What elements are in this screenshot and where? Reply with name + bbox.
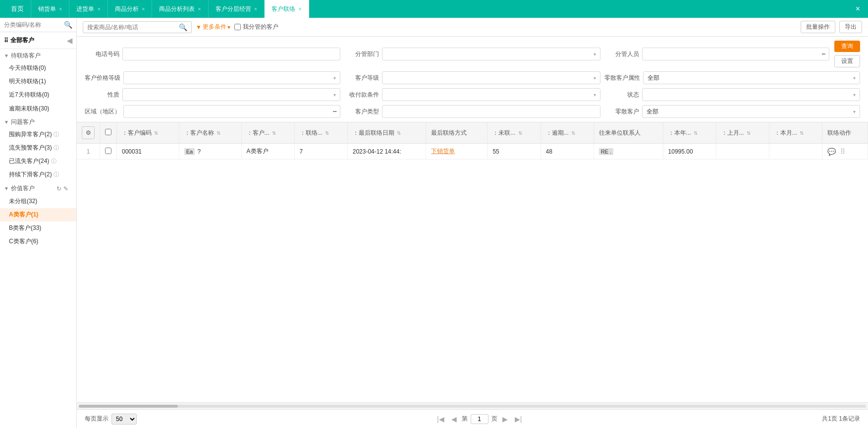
filter-right-actions: 批量操作 导出 bbox=[801, 21, 862, 33]
last-page-button[interactable]: ▶| bbox=[513, 415, 524, 423]
sort-icon: ⇅ bbox=[325, 130, 329, 136]
close-all-button[interactable]: × bbox=[852, 4, 864, 13]
arrow-icon: ▼ bbox=[4, 53, 9, 58]
region-input[interactable]: ··· bbox=[123, 105, 340, 118]
sidebar-search-input[interactable] bbox=[4, 21, 62, 28]
nav-tab-home[interactable]: 首页 bbox=[4, 0, 31, 18]
my-customers-checkbox[interactable] bbox=[234, 24, 241, 30]
td-num: 1 bbox=[77, 144, 100, 160]
td-last-contact-date: 2023-04-12 14:44: bbox=[347, 144, 426, 160]
customer-type-input[interactable] bbox=[382, 105, 600, 118]
nav-tab-goods-analysis[interactable]: 商品分析 × bbox=[108, 0, 152, 18]
status-label: 状态 bbox=[604, 91, 639, 99]
row-checkbox[interactable] bbox=[105, 148, 111, 154]
chevron-down-icon: ▾ bbox=[594, 92, 596, 98]
nav-tab-customer-tier[interactable]: 客户分层经营 × bbox=[209, 0, 265, 18]
chat-icon[interactable]: 💬 bbox=[827, 148, 836, 156]
sidebar-item-b-class[interactable]: B类客户(33) bbox=[0, 221, 76, 235]
nav-tab-sales[interactable]: 销货单 × bbox=[31, 0, 69, 18]
nav-tab-customer-contact[interactable]: 客户联络 × bbox=[265, 0, 309, 18]
retail-customer-select[interactable]: 全部 ▾ bbox=[642, 105, 860, 118]
grid-action-icon[interactable]: ⠿ bbox=[840, 148, 845, 156]
gear-icon[interactable]: ⚙ bbox=[82, 126, 95, 139]
sort-icon: ⇅ bbox=[518, 130, 522, 136]
next-page-button[interactable]: ▶ bbox=[500, 415, 510, 423]
td-last-month bbox=[716, 144, 769, 160]
filter-bar: 🔍 ▼ 更多条件 ▾ 我分管的客户 批量操作 导出 bbox=[77, 18, 868, 37]
td-overdue: 48 bbox=[541, 144, 594, 160]
filter-row-phone: 电话号码 bbox=[85, 41, 340, 67]
sidebar-item-hoarding[interactable]: 囤购异常客户(2) ⓘ bbox=[0, 128, 76, 141]
scrollbar-thumb[interactable] bbox=[79, 405, 178, 408]
page-input[interactable] bbox=[471, 414, 488, 424]
prev-page-button[interactable]: ◀ bbox=[449, 415, 459, 423]
close-icon[interactable]: × bbox=[198, 6, 201, 12]
filter-row-retail-attr: 零散客户属性 全部 ▾ bbox=[604, 71, 860, 84]
filter-row-dept: 分管部门 ▾ bbox=[344, 41, 600, 67]
edit-icon[interactable]: ✎ bbox=[63, 185, 68, 192]
payment-select[interactable]: ▾ bbox=[382, 88, 600, 101]
sort-icon: ⇅ bbox=[571, 130, 575, 136]
sort-icon: ⇅ bbox=[694, 130, 698, 136]
sidebar-collapse-icon[interactable]: ◀ bbox=[67, 37, 72, 45]
batch-op-button[interactable]: 批量操作 bbox=[801, 21, 835, 33]
per-page-select[interactable]: 50 100 200 bbox=[111, 414, 137, 425]
region-label: 区域（地区） bbox=[85, 107, 120, 116]
contact-method-link[interactable]: 下销货单 bbox=[431, 148, 455, 155]
table-footer: 每页显示 50 100 200 |◀ ◀ 第 页 ▶ ▶| 共1页 1条记录 bbox=[77, 409, 868, 428]
th-gear: ⚙ bbox=[77, 122, 100, 144]
td-customer-type: A类客户 bbox=[241, 144, 294, 160]
sidebar-item-today-pending[interactable]: 今天待联络(0) bbox=[0, 61, 76, 75]
filter-row-nature: 性质 ▾ bbox=[85, 88, 340, 101]
close-icon[interactable]: × bbox=[298, 6, 301, 12]
nav-tab-goods-analysis-list[interactable]: 商品分析列表 × bbox=[152, 0, 208, 18]
th-last-contact-method: 最后联络方式 bbox=[426, 122, 488, 144]
select-all-checkbox[interactable] bbox=[105, 129, 111, 135]
refresh-icon[interactable]: ↻ bbox=[56, 185, 61, 192]
chevron-down-icon: ▾ bbox=[594, 52, 596, 57]
sidebar-item-ungroup[interactable]: 未分组(32) bbox=[0, 195, 76, 208]
sidebar-item-overdue-contact[interactable]: 逾期未联络(30) bbox=[0, 102, 76, 115]
customer-grade-select[interactable]: ▾ bbox=[382, 71, 600, 84]
nav-tab-purchase[interactable]: 进货单 × bbox=[69, 0, 108, 18]
phone-label: 电话号码 bbox=[85, 50, 119, 58]
filter-row-price-grade: 客户价格等级 ▾ bbox=[85, 71, 340, 84]
first-page-button[interactable]: |◀ bbox=[435, 415, 446, 423]
filter-more-button[interactable]: ▼ 更多条件 ▾ bbox=[196, 23, 230, 31]
retail-attr-select[interactable]: 全部 ▾ bbox=[643, 71, 860, 84]
sidebar-item-tomorrow-pending[interactable]: 明天待联络(1) bbox=[0, 75, 76, 88]
td-actions: 💬 ⠿ bbox=[822, 144, 868, 160]
top-nav: 首页 销货单 × 进货单 × 商品分析 × 商品分析列表 × 客户分层经营 × … bbox=[0, 0, 868, 18]
th-last-contact-date: ：最后联络日期 ⇅ bbox=[347, 122, 426, 144]
person-input[interactable]: ··· bbox=[642, 48, 829, 60]
sidebar-search-icon[interactable]: 🔍 bbox=[64, 21, 72, 29]
total-records-label: 共1页 1条记录 bbox=[822, 415, 860, 423]
filter-search-icon[interactable]: 🔍 bbox=[179, 23, 187, 31]
sidebar-item-c-class[interactable]: C类客户(6) bbox=[0, 235, 76, 248]
nature-select[interactable]: ▾ bbox=[122, 88, 340, 101]
sidebar-item-a-class[interactable]: A类客户(1) bbox=[0, 208, 76, 221]
setting-button[interactable]: 设置 bbox=[834, 55, 860, 67]
query-button[interactable]: 查询 bbox=[834, 41, 860, 52]
export-button[interactable]: 导出 bbox=[839, 21, 862, 33]
price-grade-label: 客户价格等级 bbox=[85, 74, 120, 82]
phone-input[interactable] bbox=[122, 48, 340, 60]
sort-icon: ⇅ bbox=[217, 130, 220, 136]
close-icon[interactable]: × bbox=[59, 6, 62, 12]
dept-select[interactable]: ▾ bbox=[382, 48, 600, 60]
close-icon[interactable]: × bbox=[142, 6, 145, 12]
price-grade-select[interactable]: ▾ bbox=[123, 71, 340, 84]
close-icon[interactable]: × bbox=[97, 6, 100, 12]
filter-search-input[interactable] bbox=[87, 24, 177, 31]
sidebar-item-loss-warning[interactable]: 流失预警客户(3) ⓘ bbox=[0, 141, 76, 155]
sidebar-item-lost[interactable]: 已流失客户(24) ⓘ bbox=[0, 155, 76, 168]
close-icon[interactable]: × bbox=[254, 6, 257, 12]
td-this-month bbox=[769, 144, 822, 160]
sidebar-all-customers[interactable]: ⠿ 全部客户 ◀ bbox=[0, 32, 76, 49]
sidebar-item-declining[interactable]: 持续下滑客户(2) ⓘ bbox=[0, 168, 76, 181]
customer-grade-label: 客户等级 bbox=[344, 74, 379, 82]
chevron-down-icon: ▾ bbox=[333, 92, 336, 98]
status-select[interactable]: ▾ bbox=[642, 88, 860, 101]
td-unit-contact: RE . bbox=[594, 144, 663, 160]
sidebar-item-7day-pending[interactable]: 近7天待联络(0) bbox=[0, 88, 76, 102]
